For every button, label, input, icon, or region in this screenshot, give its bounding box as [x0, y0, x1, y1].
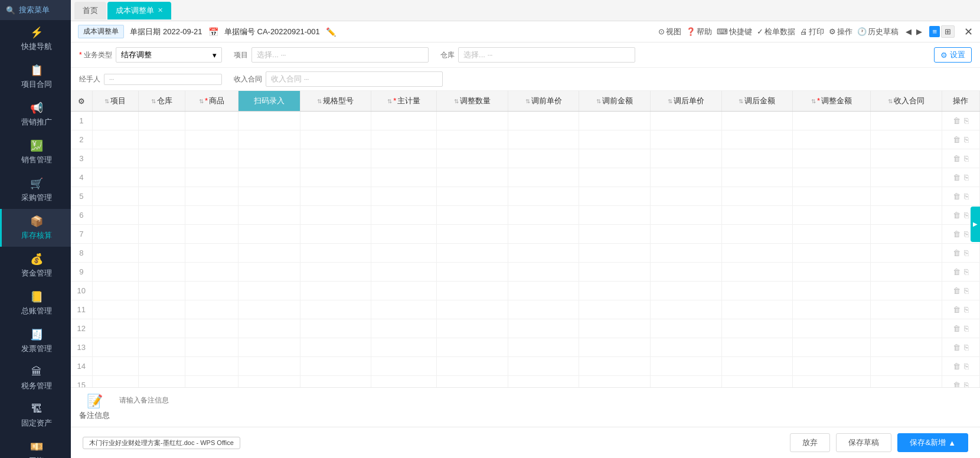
- cell-income_contract-3[interactable]: [870, 149, 942, 168]
- delete-icon-6[interactable]: 🗑: [953, 211, 961, 220]
- cell-pre_price-10[interactable]: [508, 282, 579, 300]
- warehouse-field[interactable]: 选择... ···: [458, 47, 635, 63]
- cell-scan-6[interactable]: [239, 206, 300, 225]
- cell-pre_price-5[interactable]: [508, 187, 579, 206]
- cell-adjust_amount-7[interactable]: [793, 225, 871, 244]
- tab-home[interactable]: 首页: [74, 2, 106, 19]
- handler-dots[interactable]: ···: [109, 76, 114, 83]
- help-action[interactable]: ❓ 帮助: [686, 27, 712, 37]
- cell-post_price-3[interactable]: [650, 149, 721, 168]
- cell-goods-13[interactable]: [185, 338, 239, 357]
- cell-pre_price-15[interactable]: [508, 376, 579, 388]
- cell-spec-14[interactable]: [300, 357, 371, 376]
- notes-input[interactable]: [117, 394, 972, 407]
- cell-post_price-4[interactable]: [650, 168, 721, 187]
- sidebar-item-invoice[interactable]: 🧾发票管理: [0, 322, 71, 360]
- cell-post_amount-9[interactable]: [721, 263, 793, 282]
- cell-spec-11[interactable]: [300, 300, 371, 319]
- delete-icon-10[interactable]: 🗑: [953, 286, 961, 295]
- cell-project-3[interactable]: [92, 149, 139, 168]
- cell-unit-11[interactable]: [371, 300, 437, 319]
- cell-goods-3[interactable]: [185, 149, 239, 168]
- cell-project-5[interactable]: [92, 187, 139, 206]
- delete-icon-12[interactable]: 🗑: [953, 324, 961, 333]
- cell-adjust_amount-15[interactable]: [793, 376, 871, 388]
- cell-post_amount-12[interactable]: [721, 319, 793, 338]
- cell-pre_amount-10[interactable]: [579, 282, 651, 300]
- cell-adjust_amount-11[interactable]: [793, 300, 871, 319]
- cell-project-6[interactable]: [92, 206, 139, 225]
- project-field[interactable]: 选择... ···: [251, 47, 429, 63]
- cell-spec-6[interactable]: [300, 206, 371, 225]
- copy-icon-11[interactable]: ⎘: [964, 305, 969, 314]
- cell-project-15[interactable]: [92, 376, 139, 388]
- cell-warehouse-6[interactable]: [139, 206, 185, 225]
- cell-adjust_amount-3[interactable]: [793, 149, 871, 168]
- delete-icon-8[interactable]: 🗑: [953, 248, 961, 257]
- copy-icon-1[interactable]: ⎘: [964, 116, 969, 125]
- cell-unit-13[interactable]: [371, 338, 437, 357]
- handler-field[interactable]: ···: [104, 74, 222, 85]
- cell-adjust_qty-1[interactable]: [437, 112, 508, 130]
- cell-post_amount-1[interactable]: [721, 112, 793, 130]
- cell-post_amount-5[interactable]: [721, 187, 793, 206]
- discard-btn[interactable]: 放弃: [790, 433, 830, 452]
- cell-adjust_qty-11[interactable]: [437, 300, 508, 319]
- cell-post_amount-10[interactable]: [721, 282, 793, 300]
- cell-post_price-13[interactable]: [650, 338, 721, 357]
- cell-adjust_amount-4[interactable]: [793, 168, 871, 187]
- cell-post_amount-2[interactable]: [721, 130, 793, 149]
- cell-post_amount-8[interactable]: [721, 244, 793, 263]
- cell-post_price-8[interactable]: [650, 244, 721, 263]
- tab-close-cost-adjust[interactable]: ✕: [158, 6, 163, 14]
- cell-income_contract-12[interactable]: [870, 319, 942, 338]
- cell-warehouse-12[interactable]: [139, 319, 185, 338]
- cell-income_contract-5[interactable]: [870, 187, 942, 206]
- cell-scan-14[interactable]: [239, 357, 300, 376]
- cell-adjust_qty-8[interactable]: [437, 244, 508, 263]
- sidebar-item-sales[interactable]: 💹销售管理: [0, 133, 71, 171]
- cell-scan-8[interactable]: [239, 244, 300, 263]
- save-draft-btn[interactable]: 保存草稿: [836, 433, 891, 452]
- cell-income_contract-4[interactable]: [870, 168, 942, 187]
- cell-project-9[interactable]: [92, 263, 139, 282]
- cell-adjust_qty-4[interactable]: [437, 168, 508, 187]
- cell-adjust_qty-3[interactable]: [437, 149, 508, 168]
- cell-goods-11[interactable]: [185, 300, 239, 319]
- nav-prev[interactable]: ◀: [906, 27, 912, 36]
- cell-adjust_qty-5[interactable]: [437, 187, 508, 206]
- cell-unit-6[interactable]: [371, 206, 437, 225]
- cell-warehouse-7[interactable]: [139, 225, 185, 244]
- cell-pre_price-11[interactable]: [508, 300, 579, 319]
- cell-pre_amount-13[interactable]: [579, 338, 651, 357]
- cell-adjust_qty-14[interactable]: [437, 357, 508, 376]
- cell-pre_amount-11[interactable]: [579, 300, 651, 319]
- cell-spec-4[interactable]: [300, 168, 371, 187]
- sidebar-item-assets[interactable]: 🏗固定资产: [0, 397, 71, 434]
- sidebar-item-quick-nav[interactable]: ⚡快捷导航: [0, 20, 71, 58]
- cell-adjust_amount-8[interactable]: [793, 244, 871, 263]
- cell-post_price-15[interactable]: [650, 376, 721, 388]
- cell-pre_amount-15[interactable]: [579, 376, 651, 388]
- cell-goods-5[interactable]: [185, 187, 239, 206]
- cell-pre_amount-8[interactable]: [579, 244, 651, 263]
- cell-spec-7[interactable]: [300, 225, 371, 244]
- cell-adjust_qty-2[interactable]: [437, 130, 508, 149]
- cell-adjust_qty-10[interactable]: [437, 282, 508, 300]
- cell-pre_price-7[interactable]: [508, 225, 579, 244]
- cell-adjust_amount-10[interactable]: [793, 282, 871, 300]
- cell-warehouse-15[interactable]: [139, 376, 185, 388]
- sidebar-search[interactable]: 🔍 搜索菜单: [0, 0, 71, 20]
- copy-icon-6[interactable]: ⎘: [964, 211, 969, 220]
- cell-scan-13[interactable]: [239, 338, 300, 357]
- close-window-btn[interactable]: ✕: [964, 25, 973, 38]
- cell-unit-1[interactable]: [371, 112, 437, 130]
- cell-warehouse-5[interactable]: [139, 187, 185, 206]
- cell-pre_price-2[interactable]: [508, 130, 579, 149]
- project-dots[interactable]: ···: [281, 52, 286, 58]
- cell-post_amount-14[interactable]: [721, 357, 793, 376]
- print-action[interactable]: 🖨 打印: [800, 27, 824, 37]
- cell-spec-12[interactable]: [300, 319, 371, 338]
- copy-icon-5[interactable]: ⎘: [964, 192, 969, 201]
- cell-post_amount-3[interactable]: [721, 149, 793, 168]
